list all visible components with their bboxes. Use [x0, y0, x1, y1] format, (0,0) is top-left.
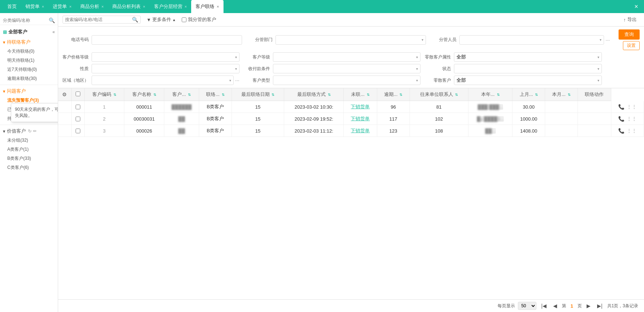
tab-home[interactable]: 首页 [3, 0, 21, 13]
query-button[interactable]: 查询 [619, 29, 640, 40]
sidebar-section-value[interactable]: ▾ 价值客户 ↻ ✏ [0, 126, 58, 136]
tab-close-icon[interactable]: × [143, 4, 145, 9]
sidebar-item-overdue[interactable]: 逾期未联络(30) [0, 74, 58, 83]
col-checkbox[interactable] [71, 88, 84, 101]
sidebar-item-today[interactable]: 今天待联络(0) [0, 47, 58, 56]
contact-icon[interactable]: 📞 [618, 128, 624, 134]
row-checkbox[interactable] [71, 101, 84, 113]
contact-icon[interactable]: 📞 [618, 104, 624, 110]
search-input[interactable] [65, 17, 130, 22]
row-select-checkbox[interactable] [76, 129, 80, 133]
sidebar-item-tomorrow[interactable]: 明天待联络(1) [0, 56, 58, 65]
filter-select-nature[interactable]: ▾ [92, 64, 240, 73]
dots-icon[interactable]: ··· [605, 37, 610, 43]
tab-purchase-order[interactable]: 进货单 × [48, 0, 76, 13]
export-btn[interactable]: ↑ 导出 [621, 15, 640, 24]
page-first-btn[interactable]: |◀ [539, 302, 548, 309]
settings-button[interactable]: 设置 [623, 41, 640, 50]
dots-icon[interactable]: ··· [235, 77, 240, 83]
tab-product-analysis[interactable]: 商品分析 × [76, 0, 108, 13]
filter-label-customer-level: 客户等级 [244, 54, 273, 60]
sidebar-item-7days[interactable]: 近7天待联络(0) [0, 65, 58, 74]
tab-sales-order[interactable]: 销货单 × [21, 0, 48, 13]
contact-icon[interactable]: 📞 [618, 116, 624, 122]
select-all-checkbox[interactable] [76, 92, 80, 96]
tab-customer-segmentation[interactable]: 客户分层经营 × [150, 0, 191, 13]
row-checkbox[interactable] [71, 113, 84, 125]
row-checkbox[interactable] [71, 125, 84, 137]
filter-select-dept[interactable]: ▾ [275, 35, 426, 45]
sort-icon: ⇅ [113, 93, 116, 97]
col-this-month[interactable]: 本月... ⇅ [545, 88, 578, 101]
refresh-icon[interactable]: ↻ [28, 129, 32, 134]
more-action-icon[interactable]: ⋮⋮ [627, 128, 637, 134]
sidebar-collapse-icon[interactable]: « [52, 29, 55, 35]
filter-select-payment[interactable]: ▾ [273, 64, 421, 73]
my-customer-checkbox[interactable] [182, 17, 186, 22]
filter-select-retail-attr[interactable]: 全部 ▾ [454, 52, 602, 62]
sidebar-item-class-b[interactable]: B类客户(33) [0, 154, 58, 163]
sidebar-section-pending[interactable]: ▾ 待联络客户 [0, 37, 58, 47]
col-last-month[interactable]: 上月... ⇅ [512, 88, 545, 101]
page-last-btn[interactable]: ▶| [595, 302, 604, 309]
sidebar-item-unclassified[interactable]: 未分组(32) [0, 136, 58, 145]
row-select-checkbox[interactable] [76, 117, 80, 121]
page-prev-btn[interactable]: ◀ [551, 302, 559, 309]
page-next-btn[interactable]: ▶ [585, 302, 592, 309]
sidebar-item-class-a[interactable]: A类客户(1) [0, 145, 58, 154]
row-last-type[interactable]: 下销货单 [344, 113, 377, 125]
filter-label-price-level: 客户价格等级 [63, 54, 92, 60]
tab-close-icon[interactable]: × [217, 4, 219, 9]
per-page-select[interactable]: 50 100 200 [518, 302, 536, 310]
col-last-date[interactable]: 最后联络日期 ⇅ [232, 88, 284, 101]
row-select-checkbox[interactable] [76, 105, 80, 109]
sidebar-section-problem[interactable]: ▾ 问题客户 [0, 86, 58, 96]
tab-close-icon[interactable]: × [101, 4, 104, 9]
sidebar-search-input[interactable] [3, 18, 47, 23]
more-action-icon[interactable]: ⋮⋮ [627, 116, 637, 122]
col-type[interactable]: 客户... ⇅ [164, 88, 199, 101]
row-num: 2 [84, 113, 124, 125]
tab-customer-contact[interactable]: 客户联络 × [191, 0, 223, 13]
row-last-type[interactable]: 下销货单 [344, 101, 377, 113]
filter-select-retail[interactable]: 全部 ▾ [454, 76, 602, 85]
row-contact: 15 [232, 113, 284, 125]
col-name[interactable]: 客户名称 ⇅ [124, 88, 164, 101]
edit-icon[interactable]: ✏ [33, 129, 37, 134]
settings-col-icon[interactable]: ⚙ [62, 92, 67, 97]
my-customer-check[interactable]: 我分管的客户 [182, 16, 216, 23]
tab-close-icon[interactable]: × [69, 4, 71, 9]
filter-select-customer-type[interactable]: ▾ [273, 76, 421, 85]
filter-input-phone[interactable] [92, 35, 242, 45]
col-contact[interactable]: 联络... ⇅ [199, 88, 232, 101]
tab-product-analysis-list[interactable]: 商品分析列表 × [108, 0, 149, 13]
chevron-down-icon: ▾ [229, 78, 231, 82]
col-overdue[interactable]: 逾期... ⇅ [377, 88, 410, 101]
more-conditions-btn[interactable]: ▼ 更多条件 ▲ [144, 15, 179, 24]
window-close-icon[interactable]: × [631, 1, 641, 12]
tab-close-icon[interactable]: × [42, 4, 44, 9]
row-last-type[interactable]: 下销货单 [344, 125, 377, 137]
chevron-up-icon: ▲ [172, 18, 176, 22]
filter-select-customer-level[interactable]: ▾ [273, 52, 421, 62]
filter-select-price-level[interactable]: ▾ [92, 52, 240, 62]
col-settings[interactable]: ⚙ [58, 88, 71, 101]
sidebar-item-class-c[interactable]: C类客户(6) [0, 163, 58, 172]
col-contacts[interactable]: 往来单位联系人 ⇅ [410, 88, 468, 101]
filter-select-region[interactable]: ▾ [92, 76, 234, 85]
export-icon: ↑ [624, 17, 626, 23]
col-last-type[interactable]: 最后联络方式 ⇅ [284, 88, 344, 101]
sort-icon: ⇅ [535, 93, 538, 97]
col-code[interactable]: 客户编码 ⇅ [84, 88, 124, 101]
tab-close-icon[interactable]: × [185, 4, 187, 9]
row-name: ██ [164, 125, 199, 137]
row-actions: 📞 ⋮⋮ [611, 113, 644, 125]
filter-select-manager[interactable]: ▾ [459, 35, 604, 45]
col-no-contact[interactable]: 未联... ⇅ [344, 88, 377, 101]
filter-select-status[interactable]: ▾ [454, 64, 602, 73]
col-this-year[interactable]: 本年... ⇅ [468, 88, 512, 101]
search-icon[interactable]: 🔍 [132, 17, 138, 23]
more-action-icon[interactable]: ⋮⋮ [627, 104, 637, 110]
row-code: 00030031 [124, 113, 164, 125]
table-row: 3 000026 ██ B类客户 15 2023-02-03 11:12: 下销… [58, 125, 644, 137]
